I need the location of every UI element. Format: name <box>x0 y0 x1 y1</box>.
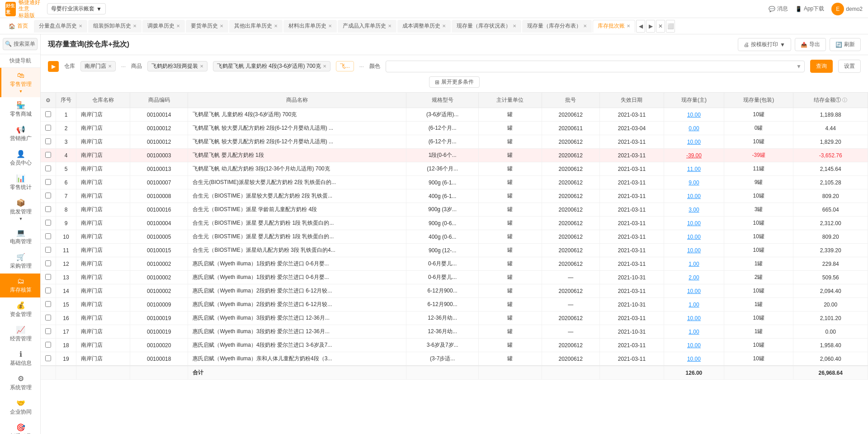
sidebar-item-marketing[interactable]: 📢 营销推广 <box>0 122 40 146</box>
col-settings[interactable]: ⚙ <box>41 93 56 108</box>
filter-expand-button[interactable]: ▶ <box>48 61 59 72</box>
tab-xian-cun-fenbu[interactable]: 现存量（库存分布表） ✕ <box>522 20 592 33</box>
tab-cai-liao[interactable]: 材料出库单历史 ✕ <box>283 20 337 33</box>
tab-close-cai-liao[interactable]: ✕ <box>328 24 332 28</box>
tab-qi-ta-chu[interactable]: 其他出库单历史 ✕ <box>229 20 283 33</box>
row-checkbox-11[interactable] <box>41 257 56 271</box>
quick-nav-button[interactable]: 快捷导航 <box>0 54 40 68</box>
app-download-button[interactable]: 📱 App下载 <box>795 5 824 13</box>
row-qty-16[interactable]: 1.00 <box>664 325 724 339</box>
sidebar-item-wholesale[interactable]: 📦 批发管理 ▼ <box>0 195 40 225</box>
sidebar-item-operations[interactable]: 📈 经营管理 <box>0 322 40 346</box>
tab-cheng-ben[interactable]: 成本调整单历史 ✕ <box>397 20 451 33</box>
warehouse-ellipsis[interactable]: ··· <box>121 63 126 70</box>
row-checkbox-1[interactable] <box>41 122 56 135</box>
row-qty-13[interactable]: 10.00 <box>664 284 724 298</box>
product-ellipsis[interactable]: ··· <box>359 63 364 70</box>
tab-close-fen-pan[interactable]: ✕ <box>79 24 82 28</box>
row-qty-2[interactable]: 10.00 <box>664 135 724 149</box>
row-checkbox-13[interactable] <box>41 284 56 298</box>
row-checkbox-15[interactable] <box>41 311 56 325</box>
export-button[interactable]: 📤 导出 <box>795 38 826 51</box>
sidebar-item-purchase[interactable]: 🛒 采购管理 <box>0 249 40 274</box>
row-qty-15[interactable]: 10.00 <box>664 311 724 325</box>
search-menu-button[interactable]: 🔍 搜索菜单 <box>3 38 38 50</box>
row-qty-9[interactable]: 10.00 <box>664 230 724 244</box>
tab-close-tiao-bo[interactable]: ✕ <box>176 24 180 28</box>
tab-zu-chai[interactable]: 组装拆卸单历史 ✕ <box>88 20 142 33</box>
row-checkbox-10[interactable] <box>41 244 56 257</box>
row-checkbox-14[interactable] <box>41 298 56 311</box>
tab-close-kuzhuang[interactable]: ✕ <box>513 24 516 28</box>
row-checkbox-17[interactable] <box>41 339 56 352</box>
row-checkbox-5[interactable] <box>41 176 56 189</box>
row-checkbox-2[interactable] <box>41 135 56 149</box>
row-qty-0[interactable]: 10.00 <box>664 108 724 122</box>
tab-ku-cun-pi-ci[interactable]: 库存批次账 ✕ <box>593 20 635 33</box>
row-qty-5[interactable]: 9.00 <box>664 176 724 189</box>
tab-home[interactable]: 🏠 首页 <box>4 20 33 33</box>
sidebar-item-basic-info[interactable]: ℹ 基础信息 <box>0 346 40 371</box>
tab-close-yao-huo[interactable]: ✕ <box>220 24 223 28</box>
sidebar-item-member[interactable]: 👤 会员中心 <box>0 146 40 170</box>
tab-next-button[interactable]: ▶ <box>646 20 655 33</box>
row-checkbox-6[interactable] <box>41 189 56 203</box>
tab-close-all-button[interactable]: ✕ <box>656 20 665 33</box>
row-qty-10[interactable]: 10.00 <box>664 244 724 257</box>
row-checkbox-0[interactable] <box>41 108 56 122</box>
sidebar-item-retail-shop[interactable]: 🏪 零售商城 <box>0 97 40 122</box>
row-qty-4[interactable]: 11.00 <box>664 162 724 176</box>
tab-tiao-bo[interactable]: 调拨单历史 ✕ <box>142 20 185 33</box>
row-checkbox-18[interactable] <box>41 352 56 366</box>
sidebar-item-finance[interactable]: 💰 资金管理 <box>0 297 40 322</box>
tab-close-zu-chai[interactable]: ✕ <box>133 24 137 28</box>
sidebar-item-retail-mgmt[interactable]: 🛍 零售管理 ▼ <box>0 68 40 97</box>
settings-icon[interactable]: ⚙ <box>46 97 51 104</box>
row-checkbox-7[interactable] <box>41 203 56 217</box>
row-checkbox-12[interactable] <box>41 271 56 284</box>
row-checkbox-3[interactable] <box>41 149 56 162</box>
tab-close-cheng-ben[interactable]: ✕ <box>442 24 446 28</box>
message-button[interactable]: 💬 消息 <box>769 5 788 13</box>
expand-conditions-button[interactable]: ⊞ 展开更多条件 <box>429 76 480 88</box>
row-checkbox-4[interactable] <box>41 162 56 176</box>
row-checkbox-8[interactable] <box>41 217 56 230</box>
account-selector[interactable]: 母婴行业演示账套 ▼ <box>47 3 106 14</box>
row-qty-7[interactable]: 3.00 <box>664 203 724 217</box>
tab-prev-button[interactable]: ◀ <box>636 20 645 33</box>
color-filter-input[interactable]: ▼ <box>386 61 805 72</box>
row-qty-17[interactable]: 10.00 <box>664 339 724 352</box>
tab-close-fenbu[interactable]: ✕ <box>583 24 587 28</box>
tab-close-pi-ci[interactable]: ✕ <box>627 24 630 28</box>
tab-chan-pin[interactable]: 产成品入库单历史 ✕ <box>338 20 396 33</box>
product-tag-2-close[interactable]: ✕ <box>323 64 326 69</box>
row-qty-14[interactable]: 1.00 <box>664 298 724 311</box>
tab-xian-cun-kuzhuang[interactable]: 现存量（库存状况表） ✕ <box>452 20 521 33</box>
sidebar-item-ecommerce[interactable]: 💻 电商管理 <box>0 225 40 249</box>
tab-fen-pan[interactable]: 分量盘点单历史 ✕ <box>34 20 87 33</box>
row-qty-8[interactable]: 10.00 <box>664 217 724 230</box>
row-qty-12[interactable]: 2.00 <box>664 271 724 284</box>
row-qty-6[interactable]: 10.00 <box>664 189 724 203</box>
refresh-button[interactable]: 🔄 刷新 <box>830 38 861 51</box>
row-qty-1[interactable]: 0.00 <box>664 122 724 135</box>
row-checkbox-9[interactable] <box>41 230 56 244</box>
tab-yao-huo[interactable]: 要货单历史 ✕ <box>186 20 228 33</box>
sidebar-item-guide[interactable]: 🎯 新手引导 <box>0 420 40 434</box>
balance-info-icon[interactable]: ⓘ <box>842 97 847 103</box>
row-checkbox-16[interactable] <box>41 325 56 339</box>
sidebar-item-enterprise[interactable]: 🤝 企业协同 <box>0 395 40 420</box>
sidebar-item-system[interactable]: ⚙ 系统管理 <box>0 371 40 395</box>
row-qty-11[interactable]: 1.00 <box>664 257 724 271</box>
row-qty-3[interactable]: -39.00 <box>664 149 724 162</box>
query-button[interactable]: 查询 <box>810 60 833 73</box>
warehouse-tag-close[interactable]: ✕ <box>108 64 112 69</box>
row-qty-18[interactable]: 10.00 <box>664 352 724 366</box>
tab-close-chan-pin[interactable]: ✕ <box>388 24 392 28</box>
sidebar-item-inventory[interactable]: 🗂 库存核算 <box>0 274 40 297</box>
tab-menu-button[interactable]: ⬜ <box>666 20 675 33</box>
sidebar-item-retail-stats[interactable]: 📊 零售统计 <box>0 170 40 195</box>
setting-button[interactable]: 设置 <box>838 60 861 73</box>
product-more-button[interactable]: 飞... <box>336 61 354 71</box>
tab-close-qi-ta[interactable]: ✕ <box>274 24 278 28</box>
